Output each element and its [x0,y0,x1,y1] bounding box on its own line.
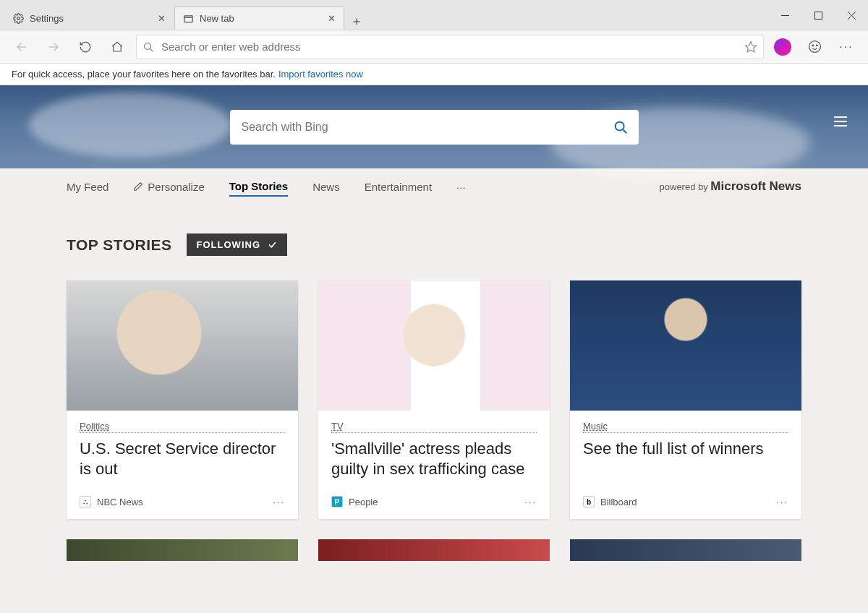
favorites-bar-hint: For quick access, place your favorites h… [0,64,868,85]
tab-strip: Settings ✕ New tab ✕ ＋ [0,0,369,30]
svg-rect-4 [814,12,822,19]
card-source: NBC News [97,497,143,507]
refresh-button[interactable] [72,34,98,60]
settings-menu-button[interactable]: ··· [833,34,859,60]
nav-entertainment[interactable]: Entertainment [365,178,432,196]
next-row-peek [67,539,801,561]
close-icon[interactable]: ✕ [326,13,336,24]
story-card[interactable]: Politics U.S. Secret Service director is… [67,280,298,519]
source-badge-icon: P [331,496,343,507]
card-source: Billboard [600,497,637,507]
card-title: See the full list of winners [583,439,788,479]
tab-new-tab[interactable]: New tab ✕ [174,7,344,30]
gear-icon [12,12,24,24]
window-controls [768,0,868,30]
card-peek[interactable] [67,539,298,561]
svg-rect-1 [184,15,192,22]
story-card[interactable]: Music See the full list of winners b Bil… [570,280,801,519]
address-bar[interactable] [136,35,764,59]
nav-more[interactable]: ··· [456,178,466,196]
nav-news[interactable]: News [312,178,340,196]
svg-point-15 [615,121,624,130]
card-source: People [349,497,378,507]
bing-search-box[interactable] [230,110,639,145]
tab-settings[interactable]: Settings ✕ [4,7,174,30]
card-category[interactable]: Music [583,421,788,433]
card-image [318,280,550,411]
bing-search-input[interactable] [240,120,613,134]
svg-point-13 [812,45,813,46]
card-more-button[interactable]: ··· [273,497,285,507]
card-peek[interactable] [318,539,550,561]
check-icon [268,240,277,249]
svg-line-16 [622,129,626,132]
svg-point-9 [145,43,151,49]
card-title: U.S. Secret Service director is out [80,439,285,479]
close-icon[interactable]: ✕ [156,13,166,24]
card-image [67,280,298,411]
svg-point-12 [809,41,820,53]
svg-marker-11 [746,41,757,51]
pencil-icon [133,181,143,192]
svg-point-14 [816,45,817,46]
maximize-button[interactable] [801,0,835,30]
profile-button[interactable] [770,34,796,60]
new-tab-button[interactable]: ＋ [344,12,369,30]
card-more-button[interactable]: ··· [776,497,788,507]
hero-menu-button[interactable] [832,113,849,130]
following-button[interactable]: FOLLOWING [187,233,287,256]
card-category[interactable]: TV [331,421,537,433]
newtab-favicon [182,12,194,24]
search-icon[interactable] [613,119,629,135]
section-title: TOP STORIES [67,236,172,254]
card-more-button[interactable]: ··· [524,497,537,507]
nav-personalize[interactable]: Personalize [133,178,204,196]
home-button[interactable] [104,34,130,60]
feedback-button[interactable] [801,34,827,60]
forward-button[interactable] [41,34,67,60]
tab-label: Settings [30,13,64,24]
top-stories-section: TOP STORIES FOLLOWING Politics U.S. Secr… [0,205,868,561]
favorite-star-icon[interactable] [744,40,757,53]
source-badge-icon: b [583,496,595,507]
toolbar: ··· [0,30,868,64]
back-button[interactable] [9,34,35,60]
nav-my-feed[interactable]: My Feed [67,178,109,196]
card-peek[interactable] [570,539,801,561]
avatar [774,38,791,56]
hero-banner [0,85,868,168]
powered-by-label: powered by Microsoft News [660,179,801,194]
address-input[interactable] [160,40,739,53]
card-category[interactable]: Politics [80,421,285,433]
card-image [570,280,801,411]
tab-label: New tab [200,13,234,24]
favorites-hint-text: For quick access, place your favorites h… [12,69,276,80]
nav-top-stories[interactable]: Top Stories [229,177,288,197]
close-window-button[interactable] [835,0,868,30]
minimize-button[interactable] [768,0,801,30]
search-icon [142,41,154,53]
card-title: 'Smallville' actress pleads guilty in se… [331,439,537,479]
svg-point-0 [17,17,20,20]
source-badge-icon: ∴ [80,496,91,507]
svg-line-10 [150,48,153,51]
story-card[interactable]: TV 'Smallville' actress pleads guilty in… [318,280,550,519]
import-favorites-link[interactable]: Import favorites now [278,69,363,80]
titlebar: Settings ✕ New tab ✕ ＋ [0,0,868,30]
